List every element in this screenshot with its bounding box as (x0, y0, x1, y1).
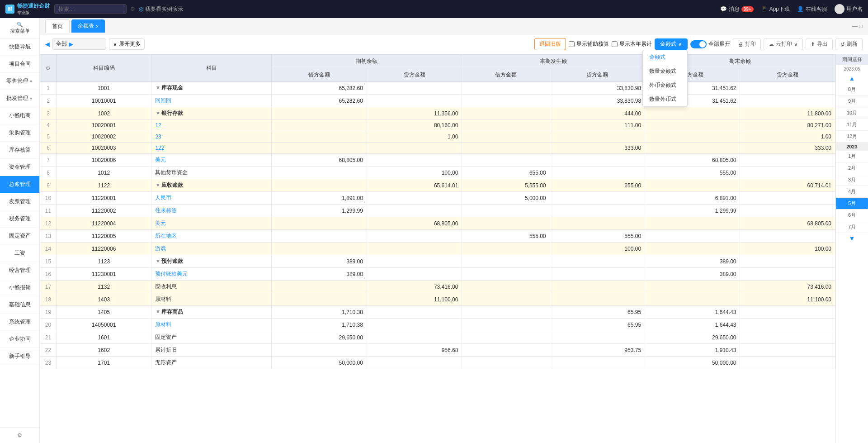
period-month-2023-7月[interactable]: 7月 (836, 221, 868, 233)
subject-name[interactable]: 原材料 (151, 293, 272, 306)
print-btn[interactable]: 🖨 打印 (733, 38, 761, 50)
subject-name[interactable]: 回回回 (151, 95, 272, 107)
subject-name[interactable]: 23 (151, 131, 272, 143)
sidebar-item-guide[interactable]: 新手引导 (0, 348, 39, 365)
subject-name[interactable]: ▼库存现金 (151, 82, 272, 95)
sidebar-item-inventory[interactable]: 库存核算 (0, 142, 39, 159)
period-nav-down[interactable]: ▼ (849, 235, 855, 242)
subject-name[interactable]: 固定资产 (151, 331, 272, 344)
period-nav-up[interactable]: ▲ (849, 75, 855, 82)
window-max-icon[interactable]: □ (859, 23, 863, 29)
window-min-icon[interactable]: — (852, 23, 858, 29)
subject-name[interactable]: 原材料 (151, 319, 272, 331)
subject-name[interactable]: 预付账款美元 (151, 268, 272, 281)
back-to-old-btn[interactable]: 退回旧版 (534, 38, 566, 50)
settings-icon[interactable]: ⚙ (130, 6, 135, 12)
user-avatar[interactable]: 用户名 (835, 4, 863, 14)
period-month-8月[interactable]: 8月 (836, 84, 868, 95)
subject-link[interactable]: 美元 (155, 157, 166, 163)
expand-all-toggle[interactable]: 全部展开 (690, 40, 730, 48)
subject-name[interactable]: 人民币 (151, 192, 272, 205)
subject-link[interactable]: 12 (155, 122, 161, 129)
subject-name[interactable]: 往来标签 (151, 205, 272, 217)
subject-name[interactable]: 美元 (151, 217, 272, 230)
tab-close-icon[interactable]: × (96, 24, 99, 29)
subject-name[interactable]: ▼应收账款 (151, 179, 272, 192)
tab-home[interactable]: 首页 (45, 19, 70, 33)
subject-name[interactable]: 应收利息 (151, 281, 272, 293)
online-service-btn[interactable]: 👤 在线客服 (797, 5, 827, 13)
period-month-2023-6月[interactable]: 6月 (836, 210, 868, 221)
subject-name[interactable]: 累计折旧 (151, 344, 272, 357)
breadcrumb-forward-icon[interactable]: ▶ (69, 41, 73, 48)
subject-name[interactable]: 美元 (151, 154, 272, 167)
sidebar-item-basic[interactable]: 基础信息 (0, 296, 39, 314)
app-download-btn[interactable]: 📱 App下载 (761, 5, 790, 13)
subject-link[interactable]: 23 (155, 133, 161, 140)
subject-link[interactable]: 游戏 (155, 245, 166, 252)
sidebar-item-finance[interactable]: 资金管理 (0, 159, 39, 176)
breadcrumb-back-icon[interactable]: ◀ (45, 41, 49, 48)
sidebar-item-project[interactable]: 项目合同 (0, 56, 39, 73)
top-search-input[interactable] (54, 4, 127, 14)
sidebar-item-tax[interactable]: 税务管理 (0, 210, 39, 228)
sidebar-item-general_ledger[interactable]: 总账管理 (0, 176, 39, 193)
subject-name[interactable]: 无形资产 (151, 357, 272, 369)
period-month-10月[interactable]: 10月 (836, 107, 868, 119)
subject-name[interactable]: ▼预付账款 (151, 255, 272, 268)
subject-name[interactable]: 其他货币资金 (151, 167, 272, 179)
demo-link[interactable]: ◎ 我要看实例演示 (139, 5, 183, 13)
refresh-btn[interactable]: ↺ 刷新 (835, 38, 863, 50)
subject-link[interactable]: 原材料 (155, 321, 171, 328)
period-month-11月[interactable]: 11月 (836, 119, 868, 131)
dropdown-item-qty-foreign[interactable]: 数量外币式 (643, 92, 687, 106)
sidebar-item-purchase[interactable]: 采购管理 (0, 124, 39, 142)
period-month-12月[interactable]: 12月 (836, 131, 868, 143)
subject-link[interactable]: 122 (155, 145, 164, 151)
period-month-9月[interactable]: 9月 (836, 95, 868, 107)
subject-name[interactable]: ▼库存商品 (151, 306, 272, 319)
sidebar-item-wholesale[interactable]: 批发管理 ▼ (0, 90, 39, 107)
amount-type-btn[interactable]: 金额式 ∧ (655, 38, 688, 50)
sidebar-item-operations[interactable]: 经营管理 (0, 262, 39, 279)
period-month-2023-1月[interactable]: 1月 (836, 151, 868, 162)
period-month-2023-5月[interactable]: 5月 (836, 198, 868, 210)
sidebar-item-reports[interactable]: 小畅报销 (0, 279, 39, 296)
sidebar-item-fixed_assets[interactable]: 固定资产 (0, 228, 39, 245)
sidebar-item-ecommerce[interactable]: 小畅电商 (0, 107, 39, 124)
expand-more-btn[interactable]: ∨ 展开更多 (109, 38, 145, 50)
subject-link[interactable]: 预付账款美元 (155, 271, 188, 277)
subject-link[interactable]: 往来标签 (155, 207, 177, 214)
period-month-2023-2月[interactable]: 2月 (836, 162, 868, 174)
period-month-2023-4月[interactable]: 4月 (836, 186, 868, 198)
message-btn[interactable]: 💬 消息 99+ (720, 5, 754, 13)
show-auxiliary-checkbox[interactable]: 显示辅助核算 (569, 40, 609, 48)
dropdown-item-qty-amount[interactable]: 数量金额式 (643, 64, 687, 78)
sidebar-item-salary[interactable]: 工资 (0, 245, 39, 262)
col-settings[interactable]: ⚙ (40, 55, 57, 82)
sidebar-item-quick-nav[interactable]: 快捷导航 (0, 38, 39, 56)
sidebar-settings[interactable]: ⚙ (0, 427, 39, 443)
subject-name[interactable]: 游戏 (151, 243, 272, 255)
tab-balance-sheet[interactable]: 余额表 × (71, 19, 105, 33)
subject-name[interactable]: 12 (151, 120, 272, 131)
sidebar-item-retail[interactable]: 零售管理 ▼ (0, 73, 39, 90)
toggle-switch[interactable] (690, 40, 707, 48)
sidebar-item-invoice[interactable]: 发票管理 (0, 193, 39, 210)
subject-name[interactable]: 122 (151, 143, 272, 154)
export-btn[interactable]: ⬆ 导出 (806, 38, 833, 50)
show-year-total-checkbox[interactable]: 显示本年累计 (612, 40, 652, 48)
subject-link[interactable]: 人民币 (155, 195, 171, 201)
dropdown-item-foreign-amount[interactable]: 外币金额式 (643, 78, 687, 92)
subject-link[interactable]: 回回回 (155, 97, 171, 104)
period-month-2023-3月[interactable]: 3月 (836, 174, 868, 186)
subject-link[interactable]: 美元 (155, 220, 166, 226)
sidebar-item-system[interactable]: 系统管理 (0, 314, 39, 331)
subject-name[interactable]: ▼银行存款 (151, 107, 272, 120)
subject-name[interactable]: 所在地区 (151, 230, 272, 243)
cloud-print-btn[interactable]: ☁ 云打印 ∨ (764, 38, 803, 50)
sidebar-search[interactable]: 🔍 搜索菜单 (0, 18, 39, 38)
sidebar-item-cooperation[interactable]: 企业协同 (0, 331, 39, 348)
subject-link[interactable]: 所在地区 (155, 233, 177, 239)
dropdown-item-amount[interactable]: 金额式 (643, 50, 687, 64)
